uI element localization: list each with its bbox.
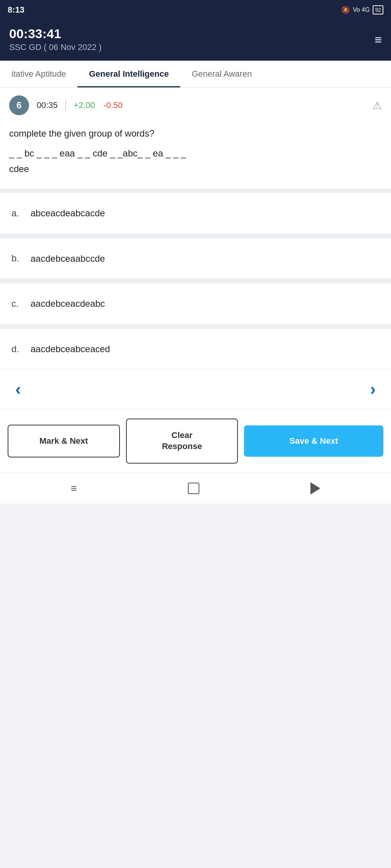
battery-icon: 92 [373, 5, 383, 14]
option-b-label: b. [11, 253, 31, 264]
save-next-button[interactable]: Save & Next [244, 425, 383, 457]
status-icons: 🔕 Vo 4G 92 [341, 5, 383, 14]
separator-2 [0, 279, 391, 283]
warning-icon: ⚠ [372, 99, 382, 112]
header: 00:33:41 SSC GD ( 06 Nov 2022 ) ≡ [0, 20, 391, 61]
positive-marks: +2.00 [74, 100, 95, 110]
network-icon: Vo 4G [353, 6, 370, 13]
option-d-text: aacdebceabceaced [31, 343, 110, 356]
question-meta: 6 00:35 +2.00 -0.50 ⚠ [0, 88, 391, 123]
status-bar: 8:13 🔕 Vo 4G 92 [0, 0, 391, 20]
header-subtitle: SSC GD ( 06 Nov 2022 ) [9, 42, 102, 52]
question-number-badge: 6 [9, 95, 29, 115]
status-time: 8:13 [8, 5, 24, 15]
android-menu-icon[interactable]: ≡ [71, 482, 77, 494]
option-b[interactable]: b. aacdebceaabccde [0, 238, 391, 279]
nav-arrows: ‹ › [0, 369, 391, 409]
options-container: a. abceacdeabcacde b. aacdebceaabccde c.… [0, 193, 391, 369]
tab-general-intelligence[interactable]: General Intelligence [78, 61, 180, 87]
option-c[interactable]: c. aacdebceacdeabc [0, 283, 391, 324]
question-time: 00:35 [37, 100, 66, 110]
android-back-icon[interactable] [310, 482, 320, 494]
option-d[interactable]: d. aacdebceabceaced [0, 329, 391, 369]
option-b-text: aacdebceaabccde [31, 252, 105, 265]
option-d-label: d. [11, 344, 31, 354]
separator [0, 188, 391, 193]
tab-general-awareness[interactable]: General Awaren [180, 61, 263, 87]
tab-quantitative[interactable]: itative Aptitude [0, 61, 78, 87]
next-arrow[interactable]: › [370, 381, 376, 398]
tab-bar: itative Aptitude General Intelligence Ge… [0, 61, 391, 88]
android-home-icon[interactable] [188, 483, 199, 494]
option-a-label: a. [11, 208, 31, 219]
mark-next-button[interactable]: Mark & Next [8, 425, 120, 457]
bottom-buttons: Mark & Next ClearResponse Save & Next [0, 409, 391, 472]
question-area: 6 00:35 +2.00 -0.50 ⚠ complete the given… [0, 88, 391, 188]
separator-3 [0, 324, 391, 329]
question-body: _ _ bc _ _ _ eaa _ _ cde _ _abc_ _ ea _ … [9, 146, 382, 177]
header-info: 00:33:41 SSC GD ( 06 Nov 2022 ) [9, 27, 102, 52]
header-timer: 00:33:41 [9, 27, 102, 41]
option-a[interactable]: a. abceacdeabcacde [0, 193, 391, 234]
question-marks: +2.00 -0.50 [74, 100, 123, 110]
android-bottom-nav: ≡ [0, 473, 391, 504]
clear-response-button[interactable]: ClearResponse [126, 419, 238, 463]
option-c-text: aacdebceacdeabc [31, 297, 105, 310]
option-c-label: c. [11, 298, 31, 309]
signal-icon: 🔕 [341, 6, 350, 14]
negative-marks: -0.50 [103, 100, 123, 110]
question-text-area: complete the given group of words? _ _ b… [0, 123, 391, 188]
separator-1 [0, 234, 391, 238]
hamburger-icon[interactable]: ≡ [375, 34, 382, 46]
question-text: complete the given group of words? [9, 127, 382, 140]
prev-arrow[interactable]: ‹ [15, 381, 21, 398]
option-a-text: abceacdeabcacde [31, 207, 105, 220]
